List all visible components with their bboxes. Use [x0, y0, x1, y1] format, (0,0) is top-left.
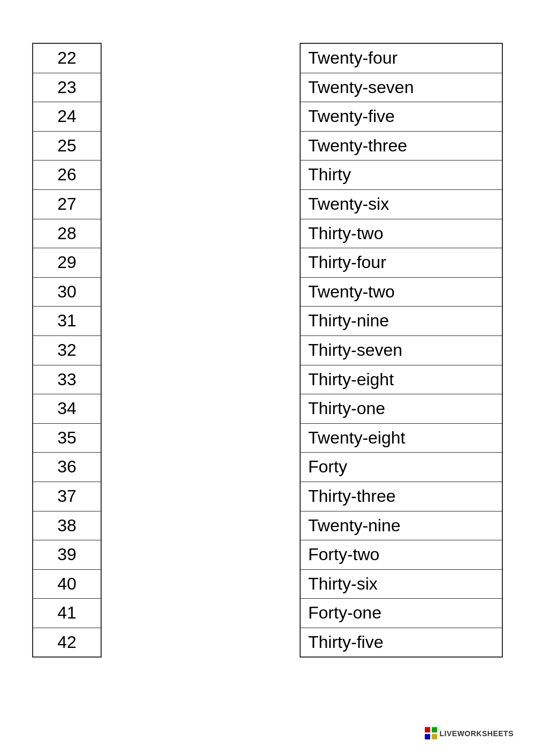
word-cell: Thirty-eight	[301, 365, 502, 395]
number-cell: 40	[33, 570, 101, 599]
number-cell: 36	[33, 453, 101, 482]
logo-sq-yellow	[432, 734, 437, 739]
number-cell: 22	[33, 44, 101, 73]
number-cell: 39	[33, 540, 101, 570]
word-cell: Thirty-nine	[301, 307, 502, 336]
number-cell: 25	[33, 132, 101, 161]
word-cell: Thirty-seven	[301, 336, 502, 365]
word-cell: Twenty-seven	[301, 73, 502, 103]
main-content: 2223242526272829303132333435363738394041…	[32, 43, 503, 658]
word-cell: Twenty-nine	[301, 511, 502, 541]
logo-sq-blue	[425, 734, 430, 739]
word-cell: Twenty-five	[301, 102, 502, 132]
word-cell: Thirty-one	[301, 394, 502, 424]
word-cell: Forty	[301, 453, 502, 482]
word-cell: Twenty-six	[301, 190, 502, 219]
word-cell: Twenty-eight	[301, 424, 502, 453]
numbers-column: 2223242526272829303132333435363738394041…	[32, 43, 102, 658]
number-cell: 26	[33, 161, 101, 190]
number-cell: 30	[33, 278, 101, 307]
number-cell: 37	[33, 482, 101, 511]
number-cell: 32	[33, 336, 101, 365]
logo-sq-red	[425, 727, 430, 732]
number-cell: 27	[33, 190, 101, 219]
word-cell: Thirty-four	[301, 248, 502, 278]
number-cell: 38	[33, 511, 101, 541]
word-cell: Thirty-five	[301, 628, 502, 657]
logo-sq-green	[432, 727, 437, 732]
number-cell: 28	[33, 219, 101, 249]
number-cell: 42	[33, 628, 101, 657]
word-cell: Twenty-four	[301, 44, 502, 73]
number-cell: 35	[33, 424, 101, 453]
word-cell: Twenty-three	[301, 132, 502, 161]
logo-squares	[425, 727, 438, 740]
word-cell: Thirty	[301, 161, 502, 190]
number-cell: 23	[33, 73, 101, 103]
word-cell: Thirty-two	[301, 219, 502, 249]
number-cell: 33	[33, 365, 101, 395]
number-cell: 34	[33, 394, 101, 424]
number-cell: 41	[33, 599, 101, 628]
word-cell: Forty-two	[301, 540, 502, 570]
word-cell: Forty-one	[301, 599, 502, 628]
word-cell: Thirty-six	[301, 570, 502, 599]
number-cell: 24	[33, 102, 101, 132]
brand-name: LIVEWORKSHEETS	[440, 729, 514, 738]
footer: LIVEWORKSHEETS	[425, 727, 514, 740]
number-cell: 29	[33, 248, 101, 278]
brand-logo: LIVEWORKSHEETS	[425, 727, 514, 740]
word-cell: Twenty-two	[301, 278, 502, 307]
number-cell: 31	[33, 307, 101, 336]
words-column: Twenty-fourTwenty-sevenTwenty-fiveTwenty…	[300, 43, 503, 658]
word-cell: Thirty-three	[301, 482, 502, 511]
